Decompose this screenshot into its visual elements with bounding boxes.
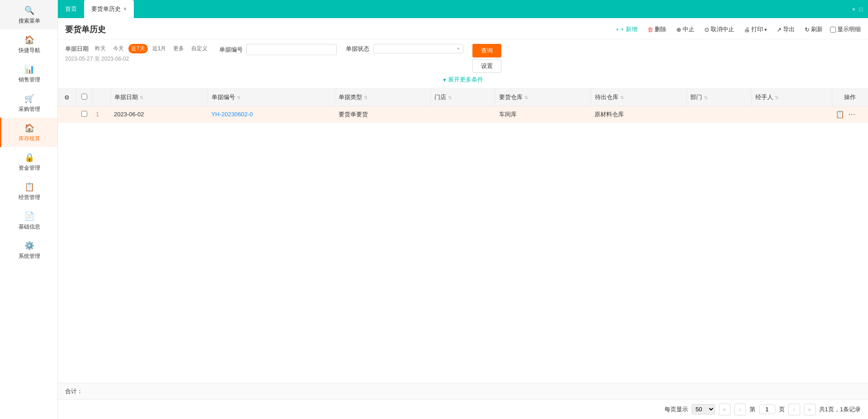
td-settings (58, 106, 76, 123)
export-button[interactable]: ↗ 导出 (774, 24, 797, 35)
main-area: 首页 要货单历史 × × □ 要货单历史 ＋ + 新增 🗑 删除 (58, 0, 868, 419)
date-yesterday[interactable]: 昨天 (92, 44, 108, 53)
next-page-button[interactable]: › (788, 404, 800, 415)
sidebar-item-quick-nav[interactable]: 🏠 快捷导航 (0, 29, 57, 59)
doc-no-link[interactable]: YH-20230602-0 (211, 111, 253, 118)
per-page-select[interactable]: 50 100 200 (692, 404, 715, 414)
per-page-label: 每页显示 (665, 405, 688, 414)
th-doc-type[interactable]: 单据类型 ⇅ (335, 89, 430, 106)
tab-home[interactable]: 首页 (58, 0, 84, 18)
th-store[interactable]: 门店 ⇅ (430, 89, 495, 106)
display-cell-checkbox[interactable] (830, 27, 836, 33)
purchase-icon: 🛒 (24, 94, 34, 104)
date-filter-label: 单据日期 (65, 45, 89, 53)
summary-label: 合计： (65, 387, 83, 395)
date-options: 昨天 今天 近7天 近1月 更多 自定义 (92, 44, 210, 53)
date-today[interactable]: 今天 (110, 44, 127, 53)
doc-no-input[interactable] (246, 44, 337, 55)
row-edit-icon[interactable]: 📋 (835, 110, 844, 119)
page-title: 要货单历史 (65, 24, 612, 35)
filter-area: 单据日期 昨天 今天 近7天 近1月 更多 自定义 2023-05-27 至 2… (58, 39, 868, 89)
sidebar-item-sales[interactable]: 📊 销售管理 (0, 59, 57, 88)
date-custom[interactable]: 自定义 (189, 44, 210, 53)
th-row-num (92, 89, 110, 106)
doc-no-label: 单据编号 (219, 46, 243, 54)
table-row: 1 2023-06-02 YH-20230602-0 要货单要货 车间库 原材料… (58, 106, 868, 123)
delete-icon: 🗑 (647, 26, 653, 33)
td-department (687, 106, 752, 123)
window-close-icon[interactable]: × (852, 6, 856, 13)
first-page-button[interactable]: « (719, 404, 731, 415)
page-suffix: 页 (779, 405, 785, 414)
last-page-button[interactable]: » (804, 404, 816, 415)
sales-icon: 📊 (24, 64, 34, 74)
new-button[interactable]: ＋ + 新增 (612, 24, 640, 35)
sidebar: 🔍 搜索菜单 🏠 快捷导航 📊 销售管理 🛒 采购管理 🏠 库存核算 🔒 资金管… (0, 0, 58, 419)
th-action: 操作 (832, 89, 868, 106)
sort-req-warehouse-icon: ⇅ (524, 95, 528, 100)
page-input[interactable] (759, 405, 775, 414)
th-req-warehouse[interactable]: 要货仓库 ⇅ (495, 89, 591, 106)
cancel-suspend-icon: ⊙ (704, 26, 709, 33)
select-all-checkbox[interactable] (81, 94, 87, 100)
td-checkbox[interactable] (76, 106, 92, 123)
refresh-button[interactable]: ↻ 刷新 (802, 24, 826, 35)
print-dropdown-icon: ▾ (764, 27, 767, 32)
expand-more-icon: ▾ (443, 76, 446, 83)
date-more[interactable]: 更多 (170, 44, 187, 53)
tab-requisition-history[interactable]: 要货单历史 × (84, 0, 134, 18)
status-filter-group: 单据状态 ▾ (346, 44, 463, 53)
prev-page-button[interactable]: ‹ (734, 404, 746, 415)
search-button[interactable]: 查询 (472, 44, 501, 57)
total-info: 共1页，1条记录 (819, 405, 861, 414)
sort-pending-warehouse-icon: ⇅ (620, 95, 624, 100)
row-more-icon[interactable]: ⋯ (848, 110, 855, 119)
th-doc-no[interactable]: 单据编号 ⇅ (208, 89, 335, 106)
sidebar-item-search-menu[interactable]: 🔍 搜索菜单 (0, 0, 57, 29)
td-action: 📋 ⋯ (832, 106, 868, 123)
td-doc-date: 2023-06-02 (110, 106, 208, 123)
setting-button[interactable]: 设置 (472, 59, 501, 73)
sidebar-item-operations[interactable]: 📋 经营管理 (0, 176, 57, 206)
th-pending-warehouse[interactable]: 待出仓库 ⇅ (591, 89, 686, 106)
suspend-button[interactable]: ⊗ 中止 (674, 24, 697, 35)
th-department[interactable]: 部门 ⇅ (687, 89, 752, 106)
th-handler[interactable]: 经手人 ⇅ (751, 89, 832, 106)
sidebar-item-inventory[interactable]: 🏠 库存核算 (0, 118, 57, 147)
new-icon: ＋ (614, 25, 620, 33)
export-icon: ↗ (777, 26, 782, 33)
main-table: ⚙ 单据日期 ⇅ 单据编号 ⇅ (58, 89, 868, 123)
quick-nav-icon: 🏠 (24, 35, 34, 45)
sidebar-item-finance[interactable]: 🔒 资金管理 (0, 147, 57, 176)
row-checkbox[interactable] (81, 111, 87, 117)
page-label: 第 (750, 405, 755, 414)
th-settings[interactable]: ⚙ (58, 89, 76, 106)
sort-store-icon: ⇅ (448, 95, 452, 100)
cancel-suspend-button[interactable]: ⊙ 取消中止 (702, 24, 737, 35)
sort-department-icon: ⇅ (704, 95, 708, 100)
status-select[interactable]: ▾ (373, 44, 463, 53)
suspend-icon: ⊗ (676, 26, 681, 33)
topbar: 首页 要货单历史 × × □ (58, 0, 868, 18)
finance-icon: 🔒 (24, 152, 34, 162)
sidebar-item-system[interactable]: ⚙️ 系统管理 (0, 235, 57, 265)
operations-icon: 📋 (24, 182, 34, 192)
delete-button[interactable]: 🗑 删除 (645, 24, 669, 35)
th-doc-date[interactable]: 单据日期 ⇅ (110, 89, 208, 106)
date-1month[interactable]: 近1月 (150, 44, 169, 53)
close-tab-icon[interactable]: × (123, 6, 127, 12)
td-doc-no[interactable]: YH-20230602-0 (208, 106, 335, 123)
page-header: 要货单历史 ＋ + 新增 🗑 删除 ⊗ 中止 ⊙ 取消中止 (58, 18, 868, 39)
footer-summary: 合计： (58, 383, 868, 399)
th-checkbox[interactable] (76, 89, 92, 106)
print-button[interactable]: 🖨 打印 ▾ (741, 24, 769, 35)
td-doc-type: 要货单要货 (335, 106, 430, 123)
sidebar-item-purchase[interactable]: 🛒 采购管理 (0, 88, 57, 118)
expand-more-button[interactable]: ▾ 展开更多条件 (65, 76, 861, 84)
window-minimize-icon[interactable]: □ (859, 6, 863, 13)
display-cell-button[interactable]: 显示明细 (830, 25, 861, 33)
sidebar-item-basic[interactable]: 📄 基础信息 (0, 206, 57, 235)
date-7days[interactable]: 近7天 (128, 44, 148, 53)
sort-doc-date-icon: ⇅ (140, 95, 143, 100)
topbar-right: × □ (852, 6, 868, 13)
